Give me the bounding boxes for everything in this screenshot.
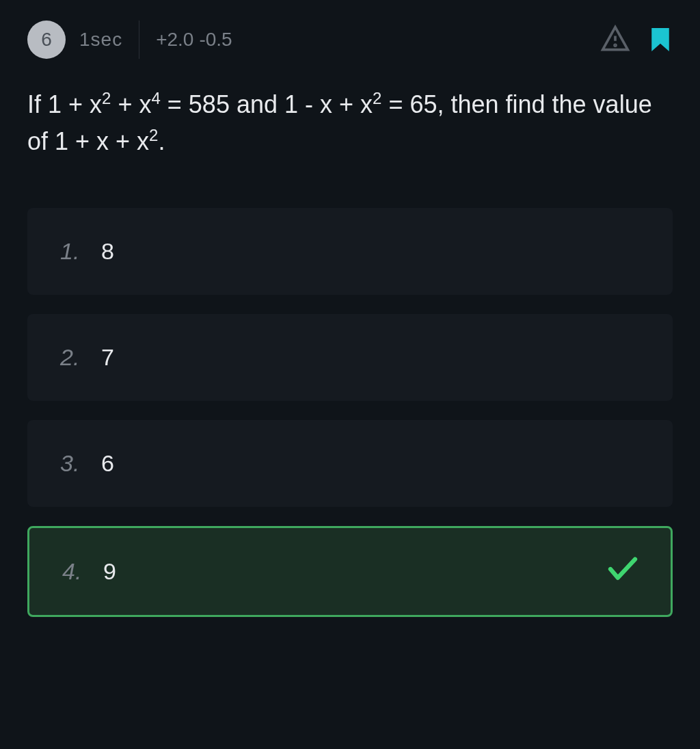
bookmark-icon[interactable] (648, 25, 673, 55)
option-number: 4. (62, 558, 84, 585)
question-sup: 2 (102, 89, 111, 107)
option-value: 6 (101, 450, 114, 477)
score-negative: -0.5 (199, 29, 232, 51)
option-number: 1. (60, 238, 82, 265)
question-header: 6 1sec +2.0 -0.5 (0, 0, 700, 73)
option-4[interactable]: 4. 9 (27, 526, 673, 617)
question-sup: 2 (373, 89, 381, 107)
time-label: 1sec (79, 29, 122, 51)
question-part: . (158, 127, 165, 155)
question-number-text: 6 (41, 29, 52, 51)
header-divider (139, 21, 139, 59)
options-container: 1. 8 2. 7 3. 6 4. 9 (0, 181, 700, 617)
check-icon (608, 557, 638, 587)
score-positive: +2.0 (156, 29, 193, 51)
option-value: 7 (101, 344, 114, 371)
option-value: 8 (101, 238, 114, 265)
svg-point-1 (615, 44, 616, 46)
question-text: If 1 + x2 + x4 = 585 and 1 - x + x2 = 65… (0, 73, 700, 181)
option-1[interactable]: 1. 8 (27, 208, 673, 295)
question-sup: 2 (149, 126, 158, 144)
warning-icon[interactable] (599, 23, 632, 56)
option-number: 3. (60, 450, 82, 477)
option-3[interactable]: 3. 6 (27, 420, 673, 507)
question-part: + x (111, 90, 151, 118)
option-2[interactable]: 2. 7 (27, 314, 673, 401)
question-part: = 585 and 1 - x + x (161, 90, 373, 118)
question-sup: 4 (151, 89, 160, 107)
question-part: If 1 + x (27, 90, 102, 118)
option-value: 9 (103, 558, 116, 585)
option-number: 2. (60, 344, 82, 371)
question-number-badge: 6 (27, 21, 66, 59)
